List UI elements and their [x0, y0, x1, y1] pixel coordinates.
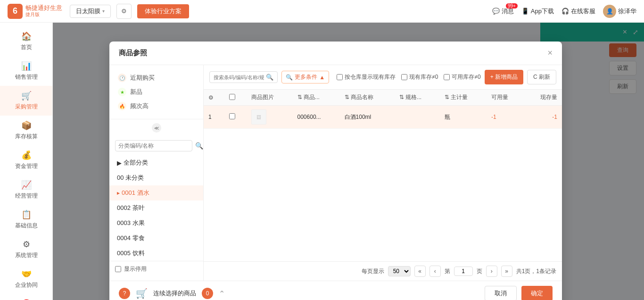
- cat-all[interactable]: ▶ 全部分类: [109, 155, 203, 170]
- sort-name-icon: ⇅: [345, 94, 349, 100]
- sidebar-item-basic[interactable]: 📋 基础信息: [0, 205, 52, 234]
- user-item[interactable]: 👤 徐泽华: [603, 5, 636, 18]
- cat-snack[interactable]: 0004 零食: [109, 231, 203, 246]
- sidebar-item-purchase[interactable]: 🛒 采购管理: [0, 86, 52, 116]
- collapse-left-button[interactable]: ≪: [152, 123, 161, 133]
- page-number-input[interactable]: [454, 267, 473, 276]
- check-warehouse-stock[interactable]: 按仓库显示现有库存: [337, 73, 396, 81]
- col-settings[interactable]: ⚙: [204, 90, 224, 106]
- dialog-body: 🕐 近期购买 ★ 新品 🔥 频次高: [109, 65, 562, 281]
- cancel-button[interactable]: 取消: [485, 286, 517, 300]
- purchase-icon: 🛒: [21, 91, 32, 101]
- nav-selector[interactable]: 日太阳膜 ▾: [70, 5, 111, 18]
- select-all-checkbox[interactable]: [229, 94, 235, 100]
- headset-icon: 🎧: [561, 8, 569, 15]
- category-search-input[interactable]: [115, 140, 192, 151]
- sales-icon: 📊: [21, 61, 32, 71]
- col-spec[interactable]: ⇅ 规格...: [395, 90, 440, 106]
- add-product-button[interactable]: + 新增商品: [485, 70, 523, 84]
- enterprise-icon: 🤝: [21, 269, 32, 279]
- help-button[interactable]: ?: [119, 288, 130, 299]
- sidebar-label-finance: 资金管理: [15, 162, 38, 170]
- message-badge: 99+: [506, 3, 518, 8]
- col-name[interactable]: ⇅ 商品名称: [340, 90, 395, 106]
- cart-icon[interactable]: 🛒: [136, 288, 148, 299]
- more-filter-button[interactable]: 🔍 更多条件 ▲: [281, 71, 329, 83]
- sidebar-item-sales[interactable]: 📊 销售管理: [0, 56, 52, 86]
- cat-liquor-arrow: ▶: [117, 191, 120, 195]
- sidebar-item-finance[interactable]: 💰 资金管理: [0, 145, 52, 175]
- system-icon: ⚙: [23, 239, 30, 250]
- filter-arrow-icon: ▲: [319, 74, 325, 81]
- finance-icon: 💰: [21, 150, 32, 160]
- modal-overlay: 商品参照 × 🕐 近期购买 ★ 新: [53, 23, 644, 300]
- check-available-stock[interactable]: 可用库存≠0: [444, 73, 480, 81]
- first-page-button[interactable]: «: [414, 266, 426, 277]
- row-checkbox[interactable]: [224, 106, 247, 129]
- app-download-item[interactable]: 📱 App下载: [521, 7, 554, 16]
- col-code[interactable]: ⇅ 商品...: [293, 90, 340, 106]
- product-search-input[interactable]: [214, 75, 264, 80]
- next-page-button[interactable]: ›: [486, 266, 497, 277]
- gear-icon: ⚙: [121, 8, 127, 15]
- cat-uncategorized[interactable]: 00 未分类: [109, 170, 203, 185]
- pagination: 每页显示 50 « ‹ 第 页 › » 共1页，1条记录: [204, 261, 562, 281]
- inventory-icon: 📦: [21, 120, 32, 131]
- service-item[interactable]: 🎧 在线客服: [561, 7, 595, 16]
- confirm-button[interactable]: 确定: [521, 286, 553, 300]
- last-page-button[interactable]: »: [501, 266, 512, 277]
- product-search-icon: 🔍: [266, 74, 273, 81]
- sidebar-item-operations[interactable]: 📈 经营管理: [0, 175, 52, 205]
- row-image: 🖼: [247, 106, 292, 129]
- frequent-tab[interactable]: 🔥 频次高: [113, 99, 199, 113]
- page-suffix: 页: [477, 267, 482, 275]
- row-select-checkbox[interactable]: [229, 113, 235, 119]
- sort-code-icon: ⇅: [297, 94, 302, 100]
- sidebar-label-system: 系统管理: [15, 251, 38, 259]
- cat-liquor[interactable]: ▶ 0001 酒水: [109, 185, 203, 200]
- collapse-footer-button[interactable]: ⌃: [219, 289, 225, 298]
- page-size-select[interactable]: 50: [388, 266, 411, 276]
- message-item[interactable]: 💬 消息 99+: [492, 7, 514, 16]
- prev-page-button[interactable]: ‹: [429, 266, 441, 277]
- cat-fruit-label: 0003 水果: [117, 219, 145, 227]
- row-spec: [395, 106, 440, 129]
- sidebar-item-guide[interactable]: 🎯 新手引导: [0, 294, 52, 300]
- sidebar-item-home[interactable]: 🏠 首页: [0, 26, 52, 56]
- check-warehouse-stock-input[interactable]: [337, 74, 343, 80]
- app-icon: 📱: [521, 8, 529, 15]
- col-checkbox[interactable]: [224, 90, 247, 106]
- refresh-button[interactable]: C 刷新: [527, 70, 556, 84]
- new-product-tab[interactable]: ★ 新品: [113, 85, 199, 99]
- category-search-icon[interactable]: 🔍: [195, 142, 203, 150]
- dialog-close-button[interactable]: ×: [547, 48, 553, 58]
- filter-icon: 🔍: [286, 74, 293, 81]
- logo-area: 6 畅捷通好生意 捷月版: [8, 4, 64, 19]
- left-panel: 🕐 近期购买 ★ 新品 🔥 频次高: [109, 65, 204, 281]
- product-search-box[interactable]: 🔍: [209, 71, 278, 83]
- check-current-stock-input[interactable]: [401, 74, 407, 80]
- filter-label: 更多条件: [295, 73, 317, 81]
- sidebar-item-enterprise[interactable]: 🤝 企业协同: [0, 264, 52, 294]
- selected-count-badge: 0: [202, 288, 213, 299]
- left-divider: [109, 119, 203, 119]
- cat-beverage[interactable]: 0005 饮料: [109, 246, 203, 261]
- display-disabled-checkbox[interactable]: [115, 266, 121, 272]
- cat-fruit[interactable]: 0003 水果: [109, 216, 203, 231]
- cat-beverage-label: 0005 饮料: [117, 249, 145, 258]
- display-disabled-row: 显示停用: [109, 261, 203, 277]
- quick-tabs: 🕐 近期购买 ★ 新品 🔥 频次高: [109, 69, 203, 115]
- home-icon: 🏠: [21, 31, 32, 42]
- gear-button[interactable]: ⚙: [116, 4, 132, 19]
- sidebar-item-system[interactable]: ⚙ 系统管理: [0, 234, 52, 264]
- sidebar-item-inventory[interactable]: 📦 库存核算: [0, 116, 52, 145]
- col-unit[interactable]: ⇅ 主计量: [440, 90, 487, 106]
- cat-tea[interactable]: 0002 茶叶: [109, 200, 203, 216]
- sidebar-label-home: 首页: [21, 43, 32, 51]
- try-industry-button[interactable]: 体验行业方案: [137, 4, 189, 18]
- table-row[interactable]: 1 🖼: [204, 106, 562, 129]
- cat-uncategorized-label: 00 未分类: [117, 174, 144, 182]
- check-current-stock[interactable]: 现有库存≠0: [401, 73, 438, 81]
- recent-purchase-tab[interactable]: 🕐 近期购买: [113, 71, 199, 85]
- check-available-stock-input[interactable]: [444, 74, 450, 80]
